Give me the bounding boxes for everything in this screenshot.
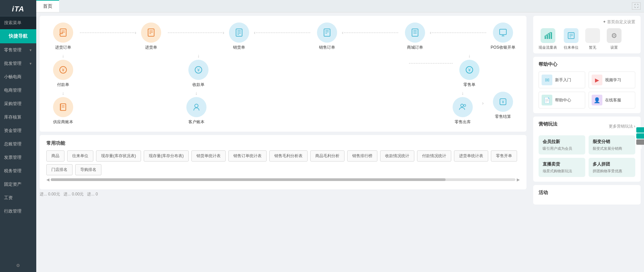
svg-text:¥: ¥ xyxy=(61,67,64,73)
svg-rect-13 xyxy=(324,29,330,36)
flow-node-retail-settlement[interactable]: ¥ 零售结算 xyxy=(486,92,520,120)
flow-node-pos[interactable]: POS收银开单 xyxy=(486,22,520,50)
beginner-icon: ✉ xyxy=(542,75,552,85)
scroll-track[interactable] xyxy=(51,178,515,181)
sidebar-item-ledger[interactable]: 总账管理 xyxy=(0,137,36,151)
help-item-video[interactable]: ▶ 视频学习 xyxy=(589,72,635,88)
marketing-card-live[interactable]: 直播卖货 场景式购物新玩法 xyxy=(539,158,585,177)
marketing-header: 营销玩法 更多营销玩法 › xyxy=(539,121,635,131)
svg-point-36 xyxy=(464,104,466,106)
sidebar-item-purchase[interactable]: 采购管理 xyxy=(0,97,36,110)
marketing-title: 营销玩法 xyxy=(539,121,557,127)
marketing: 营销玩法 更多营销玩法 › 会员拉新 吸引用户成为会员 裂变分销 裂变式发展分销… xyxy=(533,117,641,182)
marketing-card-group[interactable]: 多人拼团 拼团购物享受优惠 xyxy=(589,158,635,177)
helpcenter-icon: 📄 xyxy=(542,95,552,105)
float-btn-desktop[interactable]: 桌面快捷 xyxy=(636,139,644,145)
scroll-right-arrow[interactable]: ▶ xyxy=(517,177,520,182)
float-btn-service[interactable]: 客服热线 xyxy=(636,127,644,133)
quick-icon-settings[interactable]: ⚙ 设置 xyxy=(607,28,622,50)
beginner-label: 新手入门 xyxy=(555,77,571,83)
help-item-helpcenter[interactable]: 📄 帮助中心 xyxy=(539,92,585,108)
sidebar-item-retail[interactable]: 零售管理 ▼ xyxy=(0,43,36,57)
group-card-title: 多人拼团 xyxy=(593,161,631,167)
svg-text:¥: ¥ xyxy=(197,67,200,73)
video-label: 视频学习 xyxy=(605,77,621,83)
search-menu[interactable]: 搜索菜单 xyxy=(0,16,36,29)
scrollbar: ◀ ▶ xyxy=(46,175,520,184)
fission-card-sub: 裂变式发展分销商 xyxy=(593,146,631,151)
func-btn-store-rank[interactable]: 门店排名 xyxy=(46,164,73,175)
sidebar-item-ecommerce-mgmt[interactable]: 电商管理 xyxy=(0,84,36,97)
main-area: 首页 ⛶ 进货订单 xyxy=(36,0,644,272)
sidebar-item-salary[interactable]: 工资 xyxy=(0,191,36,205)
func-btn-inventory-status[interactable]: 现存量(库存状况表) xyxy=(96,150,141,162)
retail-outbound-icon xyxy=(453,97,473,117)
func-btn-sales-order-stats[interactable]: 销售订单统计表 xyxy=(228,150,267,162)
settings-icon[interactable]: ⚙ xyxy=(0,259,36,272)
activity-section: 活动 xyxy=(533,185,641,205)
func-btn-receipt-stats[interactable]: 收款情况统计 xyxy=(380,150,414,162)
sidebar-item-fixed-assets[interactable]: 固定资产 xyxy=(0,178,36,191)
quick-icon-partners[interactable]: 往来单位 xyxy=(564,28,579,50)
quick-nav-item[interactable]: 快捷导航 xyxy=(0,29,36,43)
func-btn-payment-stats[interactable]: 付款情况统计 xyxy=(417,150,451,162)
empty-label: 暂无 xyxy=(589,45,596,50)
flow-node-receipt[interactable]: ¥ 收款单 xyxy=(182,60,215,88)
flow-node-payment[interactable]: ¥ 付款单 xyxy=(46,60,80,88)
flow-node-purchase[interactable]: 进货单 xyxy=(134,22,168,50)
customer-book-label: 客户账本 xyxy=(188,119,204,125)
func-btn-goods-profit[interactable]: 商品毛利分析 xyxy=(310,150,344,162)
func-btn-sales-rank[interactable]: 销售排行榜 xyxy=(347,150,377,162)
svg-rect-8 xyxy=(236,29,242,36)
marketing-card-fission[interactable]: 裂变分销 裂变式发展分销商 xyxy=(589,135,635,154)
flow-node-retail-order[interactable]: ¥ 零售单 xyxy=(453,60,486,88)
purchase-order-icon xyxy=(53,22,73,43)
fullscreen-button[interactable]: ⛶ xyxy=(632,2,641,10)
svg-rect-41 xyxy=(549,34,550,39)
member-card-sub: 吸引用户成为会员 xyxy=(543,146,581,151)
sidebar-item-ecommerce-mini[interactable]: 小畅电商 xyxy=(0,70,36,84)
sidebar-item-inventory[interactable]: 库存核算 xyxy=(0,110,36,124)
flow-node-purchase-order[interactable]: 进货订单 xyxy=(46,22,80,50)
sidebar-item-tax[interactable]: 税务管理 xyxy=(0,164,36,178)
func-btn-sales-profit[interactable]: 销售毛利分析表 xyxy=(269,150,308,162)
more-marketing-link[interactable]: 更多营销玩法 › xyxy=(609,124,635,129)
flow-node-sales[interactable]: 销货单 xyxy=(222,22,256,50)
svg-text:¥: ¥ xyxy=(468,67,471,73)
chevron-icon: ▼ xyxy=(29,48,32,52)
help-item-online-service[interactable]: 👤 在线客服 xyxy=(589,92,635,108)
supplier-book-label: 供应商账本 xyxy=(53,119,73,125)
sidebar-item-wholesale[interactable]: 批发管理 ▼ xyxy=(0,57,36,70)
help-item-beginner[interactable]: ✉ 新手入门 xyxy=(539,72,585,88)
tab-bar: 首页 ⛶ xyxy=(36,0,644,12)
svg-text:¥: ¥ xyxy=(501,99,504,104)
func-btn-inventory-dist[interactable]: 现存量(库存分布表) xyxy=(144,150,189,162)
marketing-card-member[interactable]: 会员拉新 吸引用户成为会员 xyxy=(539,135,585,154)
scroll-left-arrow[interactable]: ◀ xyxy=(46,177,49,182)
flow-node-sales-order[interactable]: 销售订单 xyxy=(310,22,344,50)
func-btn-guide-rank[interactable]: 导购排名 xyxy=(75,164,101,175)
partners-icon xyxy=(564,28,579,43)
supplier-book-icon xyxy=(53,97,73,117)
flow-node-supplier-book[interactable]: 供应商账本 xyxy=(46,97,80,125)
pos-label: POS收银开单 xyxy=(491,45,515,50)
sidebar-item-admin[interactable]: 行政管理 xyxy=(0,205,36,218)
flow-node-customer-book[interactable]: 客户账本 xyxy=(180,97,213,125)
tab-home[interactable]: 首页 xyxy=(36,0,59,12)
customize-settings[interactable]: ✦ 首页自定义设置 xyxy=(539,19,635,25)
mall-order-icon xyxy=(405,22,425,43)
func-btn-purchase-stats[interactable]: 进货单统计表 xyxy=(454,150,488,162)
pos-icon xyxy=(493,22,513,43)
sidebar-item-finance[interactable]: 资金管理 xyxy=(0,124,36,137)
float-btn-community[interactable]: 服务社区 xyxy=(636,133,644,139)
func-btn-retail-order[interactable]: 零售开单 xyxy=(491,150,517,162)
svg-rect-21 xyxy=(500,29,506,35)
func-btn-partners[interactable]: 往来单位 xyxy=(67,150,93,162)
sidebar-item-invoice[interactable]: 发票管理 xyxy=(0,151,36,164)
func-btn-goods[interactable]: 商品 xyxy=(46,150,64,162)
func-btn-sales-stats[interactable]: 销货单统计表 xyxy=(191,150,226,162)
quick-icon-cashflow[interactable]: 现金流量表 xyxy=(539,28,557,50)
flow-node-mall-order[interactable]: 商城订单 xyxy=(398,22,432,50)
flow-card: 进货订单 › 进货单 › xyxy=(40,16,526,132)
flow-node-retail-outbound[interactable]: 零售出库 xyxy=(446,97,479,125)
